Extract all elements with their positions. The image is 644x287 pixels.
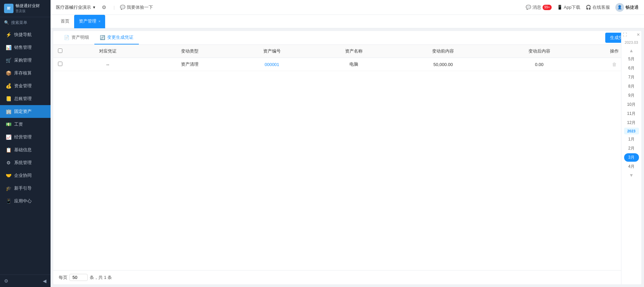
- tab-close-icon[interactable]: ×: [98, 19, 100, 23]
- sidebar-item-app-center[interactable]: 📱 应用中心: [0, 195, 51, 208]
- header-change-type: 变动类型: [149, 45, 231, 58]
- sidebar-item-funds-label: 资金管理: [14, 83, 32, 89]
- row-asset-name: 电脑: [313, 58, 395, 71]
- scroll-down-icon[interactable]: ▼: [628, 171, 635, 179]
- company-dropdown-icon: ▾: [93, 5, 95, 10]
- sidebar-item-guide-label: 新手引导: [14, 185, 32, 191]
- guide-icon: 🎓: [5, 186, 11, 191]
- sidebar-nav: ⚡ 快捷导航 📊 销售管理 🛒 采购管理 📦 库存核算 💰 资金管理 📒 总账管…: [0, 28, 51, 275]
- row-checkbox-cell: [53, 58, 67, 71]
- delete-row-icon[interactable]: 🗑: [612, 62, 617, 67]
- sidebar-item-quick-nav-label: 快捷导航: [14, 32, 32, 38]
- feedback-label: 我要体验一下: [127, 4, 153, 10]
- quick-nav-icon: ⚡: [5, 32, 11, 37]
- panel-close-icon[interactable]: ✕: [637, 32, 640, 37]
- month-6[interactable]: 6月: [624, 64, 639, 72]
- settings-icon[interactable]: ⚙: [4, 278, 8, 284]
- month-1[interactable]: 1月: [624, 135, 639, 144]
- header-before: 变动前内容: [395, 45, 491, 58]
- sidebar-item-guide[interactable]: 🎓 新手引导: [0, 182, 51, 195]
- table-row: -- 资产清理 000001 电脑 50,000.00 0.00 🗑: [53, 58, 641, 71]
- row-asset-no[interactable]: 000001: [231, 58, 313, 71]
- sidebar-item-operations[interactable]: 📈 经营管理: [0, 131, 51, 144]
- sidebar: 财 畅捷通好业财 普及版 🔍 搜索菜单 ⚡ 快捷导航 📊 销售管理 🛒 采购管理…: [0, 0, 51, 287]
- per-page-select[interactable]: 50 10 20 100: [69, 274, 88, 281]
- online-service-btn[interactable]: 🎧 在线客服: [586, 4, 610, 10]
- content-area: 📄 资产明细 🔄 变更生成凭证 生成凭证 ▾ 对应凭证: [53, 31, 641, 284]
- tab-home[interactable]: 首页: [56, 15, 74, 28]
- month-11[interactable]: 11月: [624, 109, 639, 118]
- sidebar-item-sales[interactable]: 📊 销售管理: [0, 41, 51, 54]
- sidebar-item-basic-info[interactable]: 📋 基础信息: [0, 144, 51, 156]
- system-icon: ⚙: [5, 160, 11, 165]
- collapse-icon[interactable]: ◀: [43, 278, 47, 284]
- row-checkbox[interactable]: [58, 62, 62, 66]
- divider: |: [114, 5, 115, 10]
- select-all-checkbox[interactable]: [58, 49, 62, 53]
- sidebar-item-system[interactable]: ⚙ 系统管理: [0, 156, 51, 169]
- company-settings-icon[interactable]: ⚙: [99, 3, 108, 12]
- fixed-assets-icon: 🏢: [5, 109, 11, 114]
- tab-assets[interactable]: 资产管理 ×: [74, 15, 105, 28]
- feedback-btn[interactable]: 💬 我要体验一下: [120, 4, 153, 10]
- sidebar-item-inventory-label: 库存核算: [14, 70, 32, 76]
- sidebar-item-enterprise-label: 企业协同: [14, 172, 32, 179]
- month-10[interactable]: 10月: [624, 100, 639, 109]
- header-asset-name: 资产名称: [313, 45, 395, 58]
- message-icon: 💬: [526, 5, 531, 10]
- month-3[interactable]: 3月: [624, 153, 639, 162]
- sub-tab-asset-detail-label: 资产明细: [71, 34, 89, 40]
- sidebar-item-fixed-assets[interactable]: 🏢 固定资产: [0, 105, 51, 118]
- sidebar-logo: 财 畅捷通好业财 普及版: [0, 0, 51, 17]
- payroll-icon: 💵: [5, 122, 11, 127]
- sidebar-item-inventory[interactable]: 📦 库存核算: [0, 67, 51, 79]
- company-selector[interactable]: 医疗器械行业演示 ▾: [56, 4, 95, 10]
- sidebar-item-ledger[interactable]: 📒 总账管理: [0, 92, 51, 105]
- sidebar-item-purchase[interactable]: 🛒 采购管理: [0, 54, 51, 67]
- feedback-icon: 💬: [120, 5, 125, 10]
- search-menu-label: 搜索菜单: [11, 20, 27, 26]
- search-menu[interactable]: 🔍 搜索菜单: [0, 17, 51, 28]
- tab-home-label: 首页: [61, 18, 69, 24]
- page-tabs: 首页 资产管理 ×: [51, 15, 644, 28]
- month-9[interactable]: 9月: [624, 91, 639, 100]
- sidebar-item-quick-nav[interactable]: ⚡ 快捷导航: [0, 28, 51, 41]
- online-service-icon: 🎧: [586, 5, 591, 10]
- message-btn[interactable]: 💬 消息 99+: [526, 4, 552, 10]
- topbar-right: 💬 消息 99+ 📱 App下载 🎧 在线客服 👤 畅捷通: [526, 3, 639, 12]
- sub-tab-change-voucher[interactable]: 🔄 变更生成凭证: [94, 31, 139, 44]
- year-2023: 2023: [624, 128, 639, 134]
- sidebar-item-payroll[interactable]: 💵 工资: [0, 118, 51, 131]
- scroll-up-icon[interactable]: ▲: [628, 46, 635, 55]
- sidebar-item-operations-label: 经营管理: [14, 134, 32, 140]
- sales-icon: 📊: [5, 45, 11, 50]
- total-count: 条，共 1 条: [90, 275, 112, 281]
- header-asset-no: 资产编号: [231, 45, 313, 58]
- enterprise-icon: 🤝: [5, 173, 11, 178]
- header-after: 变动后内容: [491, 45, 587, 58]
- pagination: 每页 50 10 20 100 条，共 1 条: [53, 270, 641, 284]
- online-service-label: 在线客服: [592, 4, 610, 10]
- panel-year-header: 2023.03: [625, 38, 638, 46]
- sidebar-item-ledger-label: 总账管理: [14, 96, 32, 102]
- month-12[interactable]: 12月: [624, 119, 639, 127]
- month-4[interactable]: 4月: [624, 162, 639, 171]
- user-menu[interactable]: 👤 畅捷通: [615, 3, 639, 12]
- sub-tabs: 📄 资产明细 🔄 变更生成凭证 生成凭证 ▾: [53, 31, 641, 45]
- sub-tab-asset-detail[interactable]: 📄 资产明细: [59, 31, 94, 44]
- sidebar-item-enterprise[interactable]: 🤝 企业协同: [0, 169, 51, 182]
- user-name: 畅捷通: [625, 4, 639, 10]
- right-panel: ⛶ ✕ 2023.03 ▲ 5月 6月 7月 8月 9月 10月 11月 12月…: [621, 31, 641, 284]
- month-2[interactable]: 2月: [624, 144, 639, 153]
- month-7[interactable]: 7月: [624, 73, 639, 82]
- avatar: 👤: [615, 3, 624, 12]
- panel-expand-icon[interactable]: ⛶: [623, 32, 627, 37]
- main-area: 医疗器械行业演示 ▾ ⚙ | 💬 我要体验一下 💬 消息 99+ 📱 App下载…: [51, 0, 644, 287]
- row-after: 0.00: [491, 58, 587, 71]
- search-icon: 🔍: [4, 20, 9, 25]
- month-5[interactable]: 5月: [624, 55, 639, 63]
- sidebar-item-payroll-label: 工资: [14, 121, 23, 127]
- sidebar-item-funds[interactable]: 💰 资金管理: [0, 79, 51, 92]
- app-download-btn[interactable]: 📱 App下载: [557, 4, 580, 10]
- month-8[interactable]: 8月: [624, 82, 639, 91]
